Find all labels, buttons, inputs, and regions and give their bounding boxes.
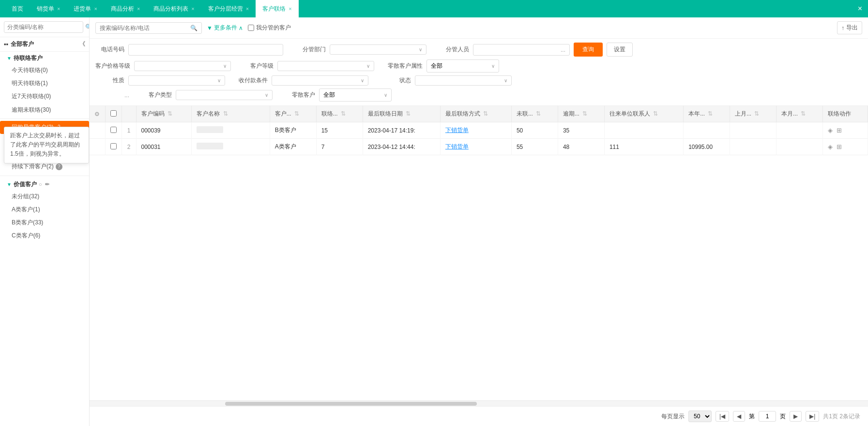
customer-type-select[interactable]: ∨ <box>176 90 273 100</box>
price-level-select[interactable]: ∨ <box>134 61 231 71</box>
th-past-contact: 往来单位联系人 ⇅ <box>604 106 683 122</box>
sort-icon[interactable]: ⇅ <box>653 110 658 117</box>
more-conditions-button[interactable]: ▼ 更多条件 ∧ <box>207 24 243 32</box>
next-page-button[interactable]: ▶ <box>790 411 802 422</box>
cell-last-contact-method: 下销货单 <box>440 122 511 139</box>
nav-customer-contact[interactable]: 客户联络 × <box>256 0 298 17</box>
phone-input[interactable] <box>128 44 283 56</box>
row-checkbox[interactable] <box>110 127 117 133</box>
th-settings: ⚙ <box>90 106 105 122</box>
search-input[interactable] <box>100 25 190 31</box>
first-page-button[interactable]: |◀ <box>716 411 729 422</box>
more-filters-dots[interactable]: ... <box>124 92 129 99</box>
action-icons: ◈ ⊞ <box>828 143 863 150</box>
row-checkbox[interactable] <box>110 143 117 149</box>
status-select[interactable]: ∨ <box>415 75 512 86</box>
horizontal-scrollbar[interactable] <box>90 400 868 406</box>
sort-icon[interactable]: ⇅ <box>582 110 587 117</box>
sidebar-item-today-contact[interactable]: 今天待联络(0) <box>0 64 89 77</box>
sort-icon[interactable]: ⇅ <box>341 110 346 117</box>
customer-level-label: 客户等级 <box>244 62 274 70</box>
view-icon[interactable]: ◈ <box>828 127 833 134</box>
sort-icon[interactable]: ⇅ <box>168 110 172 117</box>
sort-icon[interactable]: ⇅ <box>801 110 806 117</box>
sort-icon[interactable]: ⇅ <box>223 110 228 117</box>
gender-select[interactable]: ∨ <box>128 75 225 86</box>
nav-product-analysis[interactable]: 商品分析 × <box>104 0 147 17</box>
more-icon[interactable]: ⊞ <box>837 143 842 150</box>
close-icon[interactable]: × <box>94 6 97 12</box>
my-customers-check[interactable] <box>248 25 254 31</box>
sidebar-item-class-b[interactable]: B类客户(33) <box>0 216 89 229</box>
edit-icon[interactable]: ✏ <box>45 181 49 188</box>
close-icon[interactable]: × <box>246 6 249 12</box>
close-icon[interactable]: × <box>289 6 291 12</box>
sort-icon[interactable]: ⇅ <box>483 110 488 117</box>
th-this-year: 本年... ⇅ <box>684 106 730 122</box>
page-label: 第 <box>749 412 755 421</box>
sidebar-group-pending-contact[interactable]: ▼ 待联络客户 <box>0 52 89 64</box>
retail-customer-label: 零散客户 <box>286 91 315 99</box>
scroll-thumb[interactable] <box>225 402 477 406</box>
sidebar-value-group[interactable]: ▼ 价值客户 ○ ✏ <box>0 178 89 190</box>
sort-icon[interactable]: ⇅ <box>536 110 541 117</box>
view-icon[interactable]: ◈ <box>828 143 833 150</box>
prev-page-button[interactable]: ◀ <box>733 411 745 422</box>
settings-icon[interactable]: ⚙ <box>94 111 100 118</box>
sidebar-item-ungroup[interactable]: 未分组(32) <box>0 190 89 203</box>
cell-past-contact: 111 <box>604 139 683 155</box>
payment-select[interactable]: ∨ <box>272 75 368 86</box>
retail-attr-label: 零散客户属性 <box>388 62 423 70</box>
nav-product-analysis-list[interactable]: 商品分析列表 × <box>147 0 201 17</box>
info-icon: ? <box>56 163 62 170</box>
more-icon[interactable]: ⊞ <box>837 127 842 134</box>
dots-icon[interactable]: ... <box>561 46 565 53</box>
query-button[interactable]: 查询 <box>574 43 603 57</box>
last-page-button[interactable]: ▶| <box>806 411 819 422</box>
nav-sales-order[interactable]: 销货单 × <box>30 0 67 17</box>
sidebar-item-overdue-contact[interactable]: 逾期未联络(30) <box>0 103 89 117</box>
nav-home[interactable]: 首页 <box>5 0 30 17</box>
search-icon[interactable]: 🔍 <box>190 25 198 31</box>
sidebar-item-class-c[interactable]: C类客户(6) <box>0 229 89 242</box>
contact-method-link[interactable]: 下销货单 <box>445 127 469 133</box>
sidebar-search-area: 🔍 <box>0 17 89 37</box>
search-box: 🔍 <box>95 22 202 34</box>
sidebar-all-customers[interactable]: ▪▪ 全部客户 《 <box>0 37 89 52</box>
collapse-icon[interactable]: 《 <box>79 40 85 48</box>
sidebar-item-class-a[interactable]: A类客户(1) <box>0 203 89 216</box>
nav-customer-segment[interactable]: 客户分层经营 × <box>201 0 256 17</box>
filter-icon: ▼ <box>207 25 213 31</box>
search-icon[interactable]: 🔍 <box>85 24 90 30</box>
export-icon: ↑ <box>841 25 844 31</box>
dept-select[interactable]: ∨ <box>330 44 426 55</box>
settings-icon[interactable]: ○ <box>39 181 42 187</box>
nav-purchase-order[interactable]: 进货单 × <box>67 0 104 17</box>
category-search-input[interactable] <box>4 21 83 33</box>
customer-level-select[interactable]: ∨ <box>277 61 374 71</box>
sort-icon[interactable]: ⇅ <box>406 110 411 117</box>
sidebar-item-7days-contact[interactable]: 近7天待联络(0) <box>0 90 89 103</box>
per-page-select[interactable]: 50 <box>688 411 712 422</box>
close-icon[interactable]: × <box>191 6 194 12</box>
person-input[interactable]: ... <box>473 44 570 56</box>
retail-customer-select[interactable]: 全部 ∨ <box>319 88 392 102</box>
setting-button[interactable]: 设置 <box>607 43 633 57</box>
sort-icon[interactable]: ⇅ <box>708 110 713 117</box>
sidebar: 🔍 ▪▪ 全部客户 《 ▼ 待联络客户 今天待联络(0) 明天待联络(1) 近7… <box>0 17 90 426</box>
sort-icon[interactable]: ⇅ <box>294 110 299 117</box>
close-icon[interactable]: × <box>57 6 60 12</box>
close-window-button[interactable]: × <box>858 4 862 13</box>
dept-label: 分管部门 <box>297 45 326 54</box>
select-all-checkbox[interactable] <box>110 110 117 117</box>
page-input[interactable] <box>759 411 776 422</box>
chevron-down-icon: ∨ <box>366 63 370 69</box>
sort-icon[interactable]: ⇅ <box>754 110 759 117</box>
retail-attr-select[interactable]: 全部 ∨ <box>426 59 499 73</box>
cell-contact: 15 <box>316 122 363 139</box>
close-icon[interactable]: × <box>137 6 140 12</box>
chevron-down-icon: ∨ <box>361 78 364 83</box>
export-button[interactable]: ↑ 导出 <box>837 21 862 34</box>
sidebar-item-tomorrow-contact[interactable]: 明天待联络(1) <box>0 77 89 90</box>
contact-method-link[interactable]: 下销货单 <box>445 143 469 150</box>
